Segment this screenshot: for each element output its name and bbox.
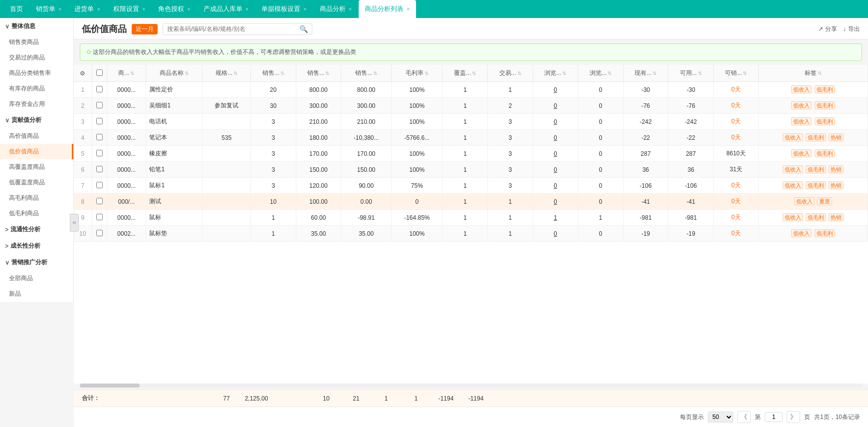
row-checkbox[interactable] [96, 102, 103, 108]
available-stock-column-header[interactable]: 可用...⇅ [668, 65, 714, 82]
views1-link[interactable]: 1 [554, 214, 557, 221]
margin-column-header[interactable]: 毛利率⇅ [392, 65, 442, 82]
close-icon[interactable]: × [245, 6, 248, 12]
nav-product-analysis[interactable]: 商品分析 × [314, 0, 358, 18]
nav-finished-goods[interactable]: 产成品入库单 × [198, 0, 254, 18]
sales-profit-column-header[interactable]: 销售...⇅ [341, 65, 392, 82]
close-icon[interactable]: × [407, 6, 410, 12]
sidebar-item-low-value[interactable]: 低价值商品 [0, 144, 73, 159]
row-checkbox[interactable] [96, 118, 103, 124]
sales-amount-column-header[interactable]: 销售...⇅ [296, 65, 341, 82]
sidebar-item-inventory-capital[interactable]: 库存资金占用 [0, 96, 73, 112]
code-column-header[interactable]: 商...⇅ [107, 65, 146, 82]
sidebar-item-all-products[interactable]: 全部商品 [0, 271, 73, 286]
row-checkbox-cell[interactable] [92, 194, 107, 210]
nav-home[interactable]: 首页 [4, 0, 29, 18]
search-box: 🔍 [163, 23, 312, 35]
views1-link[interactable]: 0 [554, 102, 557, 109]
sidebar-item-sales-products[interactable]: 销售类商品 [0, 34, 73, 50]
scrollbar-thumb[interactable] [80, 384, 140, 388]
views1-link[interactable]: 0 [554, 182, 557, 189]
close-icon[interactable]: × [142, 6, 145, 12]
sidebar-group-marketing[interactable]: ∨ 营销推广分析 [0, 254, 73, 271]
transaction-column-header[interactable]: 交易...⇅ [488, 65, 533, 82]
sidebar-item-low-coverage[interactable]: 低覆盖度商品 [0, 175, 73, 190]
spec-column-header[interactable]: 规格...⇅ [203, 65, 251, 82]
views1-column-header[interactable]: 浏览...⇅ [533, 65, 578, 82]
time-tag-button[interactable]: 近一月 [132, 24, 158, 34]
tags-column-header[interactable]: 标签⇅ [759, 65, 868, 82]
table-body: 10000...属性定价20800.00800.00100%1100-30-30… [74, 82, 868, 242]
select-all-checkbox[interactable] [96, 69, 103, 76]
search-icon[interactable]: 🔍 [299, 25, 308, 33]
close-icon[interactable]: × [58, 6, 61, 12]
sidebar-item-traded-products[interactable]: 交易过的商品 [0, 50, 73, 65]
row-checkbox-cell[interactable] [92, 130, 107, 146]
nav-role-auth[interactable]: 角色授权 × [152, 0, 196, 18]
views1-link[interactable]: 0 [554, 134, 557, 141]
next-page-button[interactable]: 》 [787, 411, 800, 423]
views1-link[interactable]: 0 [554, 166, 557, 173]
views1-link[interactable]: 0 [554, 118, 557, 125]
row-checkbox[interactable] [96, 214, 103, 220]
row-checkbox-cell[interactable] [92, 210, 107, 226]
saleable-column-header[interactable]: 可销...⇅ [713, 65, 759, 82]
row-checkbox[interactable] [96, 198, 103, 204]
views1-link[interactable]: 0 [554, 86, 557, 93]
close-icon[interactable]: × [187, 6, 190, 12]
row-checkbox-cell[interactable] [92, 82, 107, 98]
name-column-header[interactable]: 商品名称⇅ [146, 65, 203, 82]
sidebar-group-overall[interactable]: ∨ 整体信息 [0, 18, 73, 34]
sidebar-group-growth[interactable]: > 成长性分析 [0, 238, 73, 254]
sales-qty-column-header[interactable]: 销售...⇅ [251, 65, 296, 82]
sidebar-group-contribution[interactable]: ∨ 贡献值分析 [0, 112, 73, 128]
checkbox-column-header[interactable] [92, 65, 107, 82]
row-checkbox-cell[interactable] [92, 178, 107, 194]
share-button[interactable]: ↗ 分享 [818, 25, 837, 33]
row-checkbox[interactable] [96, 150, 103, 156]
row-checkbox[interactable] [96, 182, 103, 188]
sidebar-collapse-button[interactable]: ‹‹ [70, 214, 79, 232]
nav-permissions[interactable]: 权限设置 × [107, 0, 151, 18]
row-checkbox-cell[interactable] [92, 114, 107, 130]
sidebar-item-stocked-products[interactable]: 有库存的商品 [0, 81, 73, 96]
horizontal-scrollbar[interactable] [80, 384, 862, 388]
content-header: 低价值商品 近一月 🔍 ↗ 分享 ↓ 导出 [74, 18, 868, 39]
views1-link[interactable]: 0 [554, 198, 557, 205]
nav-purchase-order[interactable]: 进货单 × [68, 0, 106, 18]
sidebar-group-liquidity[interactable]: > 流通性分析 [0, 221, 73, 238]
sidebar-item-high-value[interactable]: 高价值商品 [0, 128, 73, 144]
sidebar-item-high-margin[interactable]: 高毛利商品 [0, 190, 73, 206]
views2-column-header[interactable]: 浏览...⇅ [578, 65, 624, 82]
sidebar-item-new-products[interactable]: 新品 [0, 286, 73, 302]
coverage-column-header[interactable]: 覆盖...⇅ [442, 65, 488, 82]
settings-column-header[interactable]: ⚙ [74, 65, 92, 82]
page-number-input[interactable] [765, 412, 783, 422]
views1-link[interactable]: 0 [554, 150, 557, 157]
row-checkbox[interactable] [96, 230, 103, 236]
first-page-button[interactable]: 《 [737, 411, 751, 423]
current-stock-column-header[interactable]: 现有...⇅ [623, 65, 668, 82]
row-checkbox-cell[interactable] [92, 146, 107, 162]
row-checkbox[interactable] [96, 166, 103, 172]
row-checkbox-cell[interactable] [92, 162, 107, 178]
export-button[interactable]: ↓ 导出 [843, 25, 860, 33]
row-checkbox-cell[interactable] [92, 98, 107, 114]
per-page-select[interactable]: 50 100 200 [708, 412, 733, 423]
nav-sales-order[interactable]: 销货单 × [30, 0, 67, 18]
table-container[interactable]: ⚙ 商...⇅ 商品名称⇅ 规格...⇅ 销售...⇅ 销售...⇅ 销售...… [74, 65, 868, 384]
search-input[interactable] [167, 25, 299, 32]
sidebar-item-low-margin[interactable]: 低毛利商品 [0, 206, 73, 221]
row-checkbox[interactable] [96, 86, 103, 92]
nav-template-settings[interactable]: 单据模板设置 × [255, 0, 312, 18]
footer-sales-qty: 77 [212, 395, 241, 402]
sidebar-item-category-sales-rate[interactable]: 商品分类销售率 [0, 65, 73, 81]
row-checkbox-cell[interactable] [92, 226, 107, 242]
sidebar-item-high-coverage[interactable]: 高覆盖度商品 [0, 159, 73, 175]
close-icon[interactable]: × [303, 6, 306, 12]
close-icon[interactable]: × [349, 6, 352, 12]
views1-link[interactable]: 0 [554, 230, 557, 237]
nav-product-analysis-list[interactable]: 商品分析列表 × [359, 0, 416, 18]
close-icon[interactable]: × [97, 6, 100, 12]
row-checkbox[interactable] [96, 134, 103, 140]
